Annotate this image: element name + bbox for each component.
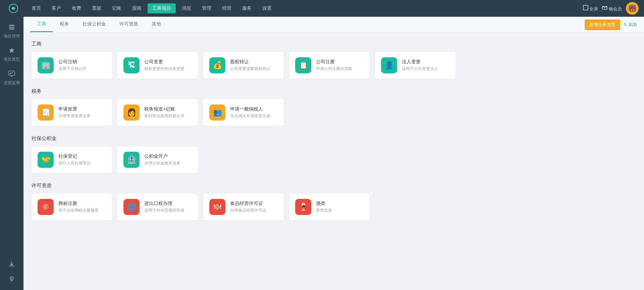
service-card-酒类[interactable]: 🍷酒类零售批发 xyxy=(289,194,370,220)
main-content: 工商🏢公司注销适用于注销公司🏗公司变更股权变更外的业务变更💰股权转让公司变更需要… xyxy=(23,33,644,290)
new-type-button[interactable]: 新增业务类型 xyxy=(585,19,620,30)
nav-item-管理[interactable]: 管理 xyxy=(197,3,216,13)
sidebar-item-progress-monitor[interactable]: 进度监测 xyxy=(1,67,22,88)
card-info-公司注销: 公司注销适用于注销公司 xyxy=(58,59,87,72)
main-layout: 项目管理 项目类型 进度监测 xyxy=(0,17,644,290)
nav-item-首页[interactable]: 首页 xyxy=(27,3,46,13)
card-desc-商标注册: 用于企业商标注册服务 xyxy=(58,208,99,213)
nav-item-客户[interactable]: 客户 xyxy=(47,3,66,13)
card-icon-股权转让: 💰 xyxy=(209,57,225,73)
card-title-公司变更: 公司变更 xyxy=(144,59,184,65)
card-info-公司变更: 公司变更股权变更外的业务变更 xyxy=(144,59,184,72)
logo xyxy=(3,4,23,13)
refresh-icon: ↻ xyxy=(624,22,627,27)
tab-工商[interactable]: 工商 xyxy=(30,17,53,32)
card-desc-酒类: 零售批发 xyxy=(316,208,332,213)
vip-btn[interactable]: 畅会员 xyxy=(602,5,622,12)
card-desc-公积金开户: 办理公积金相关业务 xyxy=(144,160,180,166)
sidebar-label-progress-monitor: 进度监测 xyxy=(4,80,20,85)
card-info-公积金开户: 公积金开户办理公积金相关业务 xyxy=(144,153,180,166)
card-title-社保登记: 社保登记 xyxy=(58,153,91,159)
card-icon-公司变更: 🏗 xyxy=(123,57,140,73)
card-info-申请一般纳税人: 申请一般纳税人当月或次月成变更完成 xyxy=(230,106,270,119)
nav-item-工商项目[interactable]: 工商项目 xyxy=(148,3,176,13)
service-card-公积金开户[interactable]: 🏦公积金开户办理公积金相关业务 xyxy=(117,146,198,173)
card-icon-公司注册: 📋 xyxy=(295,57,311,73)
card-title-进出口权办理: 进出口权办理 xyxy=(144,201,184,207)
sidebar-label-project-management: 项目管理 xyxy=(4,34,20,39)
svg-rect-4 xyxy=(9,27,14,28)
fullscreen-btn[interactable]: 全屏 xyxy=(583,5,598,12)
nav-item-记账[interactable]: 记账 xyxy=(107,3,126,13)
card-info-法人变更: 法人变更适用于公司变更法人 xyxy=(402,59,438,72)
tab-许可资质[interactable]: 许可资质 xyxy=(113,17,145,32)
top-navbar: 首页客户收费票据记账报税工商项目消息管理经营服务设置 全屏 畅会员 🐻 xyxy=(0,0,644,17)
sidebar-label-project-type: 项目类型 xyxy=(4,57,20,62)
nav-items: 首页客户收费票据记账报税工商项目消息管理经营服务设置 xyxy=(27,3,583,13)
card-info-社保登记: 社保登记进行人员社保登记 xyxy=(58,153,91,166)
service-card-商标注册[interactable]: ®商标注册用于企业商标注册服务 xyxy=(32,194,112,220)
service-card-股权转让[interactable]: 💰股权转让公司变更需要股权转让 xyxy=(203,52,284,79)
sidebar: 项目管理 项目类型 进度监测 xyxy=(0,17,23,290)
nav-item-票据[interactable]: 票据 xyxy=(87,3,106,13)
service-card-进出口权办理[interactable]: 🌐进出口权办理适用于对外贸易经营者 xyxy=(117,194,198,220)
card-title-申请一般纳税人: 申请一般纳税人 xyxy=(230,106,270,112)
card-grid-许可资质: ®商标注册用于企业商标注册服务🌐进出口权办理适用于对外贸易经营者🍽食品经营许可证… xyxy=(32,194,636,220)
refresh-button[interactable]: ↻ 刷新 xyxy=(624,22,637,28)
sidebar-bottom xyxy=(6,258,18,290)
card-title-公司注册: 公司注册 xyxy=(316,59,352,65)
svg-rect-6 xyxy=(9,71,15,75)
service-card-申请发票[interactable]: 🧾申请发票办理申请发票业务 xyxy=(32,99,112,126)
card-icon-税务报道+记账: 👩 xyxy=(123,104,140,121)
sidebar-item-project-management[interactable]: 项目管理 xyxy=(1,20,22,42)
service-card-申请一般纳税人[interactable]: 👥申请一般纳税人当月或次月成变更完成 xyxy=(203,99,284,126)
nav-item-收费[interactable]: 收费 xyxy=(67,3,86,13)
section-title-社保公积金: 社保公积金 xyxy=(32,135,636,142)
card-icon-申请发票: 🧾 xyxy=(38,104,54,121)
card-grid-社保公积金: 🤝社保登记进行人员社保登记🏦公积金开户办理公积金相关业务 xyxy=(32,146,636,173)
mascot: 🐻 xyxy=(626,2,639,15)
card-info-申请发票: 申请发票办理申请发票业务 xyxy=(58,106,91,119)
service-card-公司变更[interactable]: 🏗公司变更股权变更外的业务变更 xyxy=(117,52,198,79)
tab-其他[interactable]: 其他 xyxy=(145,17,168,32)
svg-point-9 xyxy=(11,278,12,279)
card-icon-社保登记: 🤝 xyxy=(38,152,54,168)
service-card-食品经营许可证[interactable]: 🍽食品经营许可证办理食品经营许可证 xyxy=(203,194,284,220)
nav-item-服务[interactable]: 服务 xyxy=(237,3,256,13)
card-title-公司注销: 公司注销 xyxy=(58,59,87,65)
card-title-酒类: 酒类 xyxy=(316,201,332,207)
list-icon xyxy=(8,23,15,32)
card-desc-申请一般纳税人: 当月或次月成变更完成 xyxy=(230,113,270,119)
tabs-bar: 工商税务社保公积金许可资质其他 新增业务类型 ↻ 刷新 xyxy=(23,17,644,33)
card-info-股权转让: 股权转让公司变更需要股权转让 xyxy=(230,59,270,72)
card-grid-税务: 🧾申请发票办理申请发票业务👩税务报道+记账拿到营业执照的新公司👥申请一般纳税人当… xyxy=(32,99,636,126)
tab-社保公积金[interactable]: 社保公积金 xyxy=(76,17,113,32)
card-icon-申请一般纳税人: 👥 xyxy=(209,104,225,121)
location-icon[interactable] xyxy=(6,273,18,285)
nav-item-经营[interactable]: 经营 xyxy=(217,3,236,13)
card-desc-公司注册: 申请公司注册全流程 xyxy=(316,66,352,72)
nav-item-设置[interactable]: 设置 xyxy=(258,3,276,13)
service-card-法人变更[interactable]: 👤法人变更适用于公司变更法人 xyxy=(375,52,455,79)
tab-税务[interactable]: 税务 xyxy=(53,17,76,32)
svg-rect-1 xyxy=(583,5,588,10)
sidebar-item-project-type[interactable]: 项目类型 xyxy=(1,43,22,65)
download-icon[interactable] xyxy=(6,258,18,270)
service-card-公司注册[interactable]: 📋公司注册申请公司注册全流程 xyxy=(289,52,370,79)
service-card-公司注销[interactable]: 🏢公司注销适用于注销公司 xyxy=(32,52,112,79)
nav-item-报税[interactable]: 报税 xyxy=(127,3,146,13)
svg-point-7 xyxy=(10,73,11,74)
card-icon-酒类: 🍷 xyxy=(295,199,311,215)
card-icon-进出口权办理: 🌐 xyxy=(123,199,140,215)
card-icon-食品经营许可证: 🍽 xyxy=(209,199,225,215)
nav-item-消息[interactable]: 消息 xyxy=(177,3,196,13)
service-card-社保登记[interactable]: 🤝社保登记进行人员社保登记 xyxy=(32,146,112,173)
card-info-商标注册: 商标注册用于企业商标注册服务 xyxy=(58,201,99,213)
star-icon xyxy=(8,47,15,56)
service-card-税务报道+记账[interactable]: 👩税务报道+记账拿到营业执照的新公司 xyxy=(117,99,198,126)
card-desc-社保登记: 进行人员社保登记 xyxy=(58,160,91,166)
card-desc-股权转让: 公司变更需要股权转让 xyxy=(230,66,270,72)
svg-rect-5 xyxy=(9,28,14,29)
card-desc-进出口权办理: 适用于对外贸易经营者 xyxy=(144,208,184,213)
card-desc-申请发票: 办理申请发票业务 xyxy=(58,113,91,119)
